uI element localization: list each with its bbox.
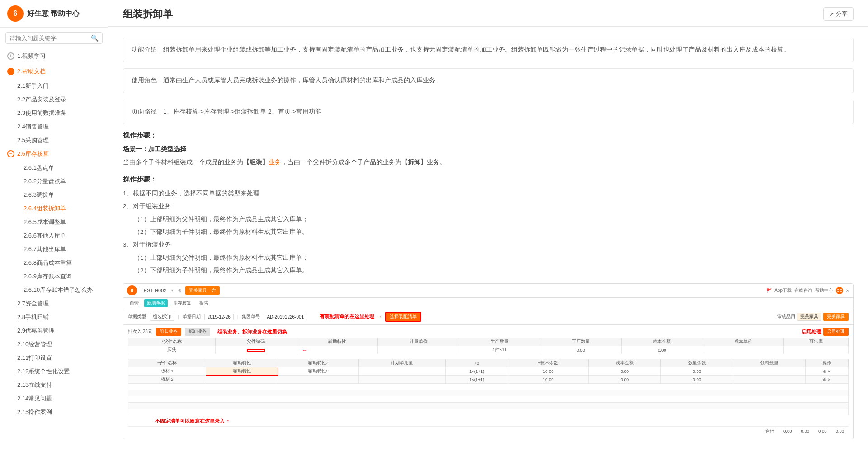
erp-annotation1: 有装配清单的在这里处理 xyxy=(320,314,374,319)
erp-parent-th-9: 可出库 xyxy=(784,338,849,346)
sidebar-sub-210[interactable]: 2.10经营管理 xyxy=(0,338,108,351)
sidebar-sub-268[interactable]: 2.6.8商品成本重算 xyxy=(0,256,108,270)
sidebar-sub-211[interactable]: 2.11打印设置 xyxy=(0,351,108,365)
sidebar-sub-22[interactable]: 2.2产品安装及登录 xyxy=(0,93,108,106)
erp-child-td-cost2: 0.00 xyxy=(589,376,661,384)
erp-toolbar: 单据类型 组装拆卸 | 单据日期 2019-12-26 | 集团单号 AD-20… xyxy=(123,309,853,325)
sidebar-sub-264[interactable]: 2.6.4组装拆卸单 xyxy=(0,202,108,215)
erp-child-th-8: 数量余数 xyxy=(661,359,733,367)
erp-tab-disassembly[interactable]: 拆卸业务 xyxy=(185,328,210,336)
erp-child-row-2: 板材 2 1×(1+1) 10.00 0.00 0.00 xyxy=(128,376,849,384)
erp-arrow4: ↑ xyxy=(226,418,229,424)
erp-parent-td-stock xyxy=(784,346,849,354)
sidebar-sub-25[interactable]: 2.5采购管理 xyxy=(0,133,108,147)
sidebar-sub-214[interactable]: 2.14常见问题 xyxy=(0,392,108,405)
erp-child-td-plan1 xyxy=(359,367,446,376)
erp-parent-th-7: 成本金额 xyxy=(621,338,703,346)
erp-child-row-4 xyxy=(128,390,849,396)
sidebar-sub-29[interactable]: 2.9优惠券管理 xyxy=(0,324,108,338)
erp-annotation4-group: 不固定清单可以随意在这里录入 ↑ xyxy=(155,418,229,424)
app-logo: 6 xyxy=(7,5,24,22)
sidebar-item-video[interactable]: + 1.视频学习 xyxy=(0,48,108,64)
steps-title: 操作步骤： xyxy=(123,131,854,140)
page-title: 组装拆卸单 xyxy=(123,7,173,21)
erp-nav-new[interactable]: 新增单据 xyxy=(144,299,168,307)
erp-child-td-aux21: 辅助特性2 xyxy=(278,367,359,376)
erp-nav-inventory[interactable]: 库存核算 xyxy=(170,299,194,307)
erp-content-area: 批次入 23元 组装业务 拆卸业务 组装业务、拆卸业务在这里切换 启用处理 启用… xyxy=(123,325,853,439)
main-content: 组装拆卸单 ↗ 分享 功能介绍：组装拆卸单用来处理企业组装或拆卸等加工业务，支持… xyxy=(108,0,868,452)
sidebar-sub-267[interactable]: 2.6.7其他出库单 xyxy=(0,243,108,256)
erp-annotation3: 启用处理 xyxy=(802,328,821,335)
erp-child-td-rem2: 0.00 xyxy=(661,376,733,384)
role-box: 使用角色：通常由生产人员或库管人员完成拆装业务的操作，库管人员确认原材料的出库和… xyxy=(123,68,854,93)
sidebar-sub-24[interactable]: 2.4销售管理 xyxy=(0,120,108,133)
sidebar-sub-2610[interactable]: 2.6.10库存账本错了怎么办 xyxy=(0,283,108,297)
erp-child-td-plan2 xyxy=(359,376,446,384)
erp-parent-td-code: ← xyxy=(216,346,297,354)
sidebar-sub-212[interactable]: 2.12系统个性化设置 xyxy=(0,365,108,378)
erp-footer-val1: 0.00 xyxy=(783,428,792,434)
erp-child-td-rem1: 0.00 xyxy=(661,367,733,376)
erp-select-btn[interactable]: 选择装配清单 xyxy=(385,312,421,322)
sidebar-sub-28[interactable]: 2.8手机旺铺 xyxy=(0,310,108,324)
steps-sub-title: 操作步骤： xyxy=(123,175,854,184)
erp-parent-td-price xyxy=(703,346,784,354)
sidebar-sub-261[interactable]: 2.6.1盘点单 xyxy=(0,161,108,175)
sidebar: 6 好生意 帮助中心 🔍 + 1.视频学习 − 2.帮助文档 2.1新手入门 2… xyxy=(0,0,108,452)
erp-child-th-6: +技术余数 xyxy=(508,359,589,367)
erp-mock: 6 TEST-H002 ▼ ⚙ 完美家具一方 🚩 App下载 在线咨询 帮助中心… xyxy=(123,284,853,439)
sidebar-sub-27[interactable]: 2.7资金管理 xyxy=(0,297,108,310)
sidebar-header: 6 好生意 帮助中心 xyxy=(0,0,108,28)
sidebar-sub-213[interactable]: 2.13在线支付 xyxy=(0,378,108,392)
erp-process-btn[interactable]: 启用处理 xyxy=(823,328,849,336)
erp-save-btn[interactable]: 完美家具 xyxy=(823,313,849,321)
erp-tb-label1: 单据类型 xyxy=(128,314,146,320)
erp-dropdown-icon: ▼ xyxy=(170,288,174,293)
erp-nav: 自营 新增单据 库存核算 报告 xyxy=(123,298,853,309)
erp-child-row-1: 板材 1 辅助特性 辅助特性2 1×(1+1) 10.00 0.00 0.00 xyxy=(128,367,849,376)
erp-child-th-5: +0 xyxy=(446,359,508,367)
erp-tab-assembly[interactable]: 组装业务 xyxy=(156,328,181,336)
erp-topbar-settings: ⚙ xyxy=(178,288,182,293)
sidebar-sub-215[interactable]: 2.15操作案例 xyxy=(0,405,108,419)
search-box[interactable]: 🔍 xyxy=(5,32,103,44)
sidebar-sub-21[interactable]: 2.1新手入门 xyxy=(0,79,108,93)
path-text: 页面路径：1、库存核算->库存管理->组装拆卸单 2、首页->常用功能 xyxy=(132,108,321,115)
erp-child-th-7: 成本金额 xyxy=(589,359,661,367)
nav-section: + 1.视频学习 − 2.帮助文档 2.1新手入门 2.2产品安装及登录 2.3… xyxy=(0,48,108,419)
erp-parent-th-4: 计量单位 xyxy=(378,338,459,346)
erp-child-td-cost1: 0.00 xyxy=(589,367,661,376)
sidebar-sub-266[interactable]: 2.6.6其他入库单 xyxy=(0,229,108,243)
erp-child-th-2: 辅助特性 xyxy=(206,359,278,367)
erp-tb-input1: 组装拆卸 xyxy=(150,313,174,321)
sidebar-sub-262[interactable]: 2.6.2分量盘点单 xyxy=(0,175,108,188)
sidebar-item-26[interactable]: − 2.6库存核算 xyxy=(0,147,108,161)
erp-topbar-right: 🚩 App下载 在线咨询 帮助中心 CC ✕ xyxy=(766,287,849,294)
erp-tb-label3: 集团单号 xyxy=(242,314,260,320)
step2-item: 2、对于组装业务 xyxy=(123,201,854,212)
search-input[interactable] xyxy=(9,35,91,42)
erp-logo: 6 xyxy=(127,285,137,295)
sidebar-sub-23[interactable]: 2.3使用前数据准备 xyxy=(0,106,108,120)
sidebar-sub-265[interactable]: 2.6.5成本调整单 xyxy=(0,215,108,229)
erp-child-th-1: *子件名称 xyxy=(128,359,206,367)
erp-child-td-name1: 板材 1 xyxy=(128,367,206,376)
erp-child-td-tech1: 10.00 xyxy=(508,367,589,376)
erp-child-th-4: 计划单用量 xyxy=(359,359,446,367)
erp-child-td-aux2 xyxy=(206,376,278,384)
erp-child-th-9: 领料数量 xyxy=(733,359,806,367)
sidebar-sub-263[interactable]: 2.6.3调拨单 xyxy=(0,188,108,202)
erp-topbar-btn[interactable]: 完美家具一方 xyxy=(185,286,220,295)
sidebar-sub-269[interactable]: 2.6.9库存账本查询 xyxy=(0,270,108,283)
share-button[interactable]: ↗ 分享 xyxy=(823,7,854,21)
erp-nav-home[interactable]: 自营 xyxy=(127,299,142,307)
erp-nav-report[interactable]: 报告 xyxy=(197,299,211,307)
sidebar-item-docs[interactable]: − 2.帮助文档 xyxy=(0,64,108,79)
erp-parent-th-2: 父件编码 xyxy=(216,338,297,346)
erp-parent-code-field xyxy=(247,349,265,352)
erp-child-td-name2: 板材 2 xyxy=(128,376,206,384)
search-icon[interactable]: 🔍 xyxy=(91,34,99,42)
erp-parent-table: *父件名称 父件编码 辅助特性 计量单位 生产数量 工厂数量 成本金额 成本单价… xyxy=(128,338,849,354)
erp-tb-sep1: | xyxy=(178,314,179,319)
